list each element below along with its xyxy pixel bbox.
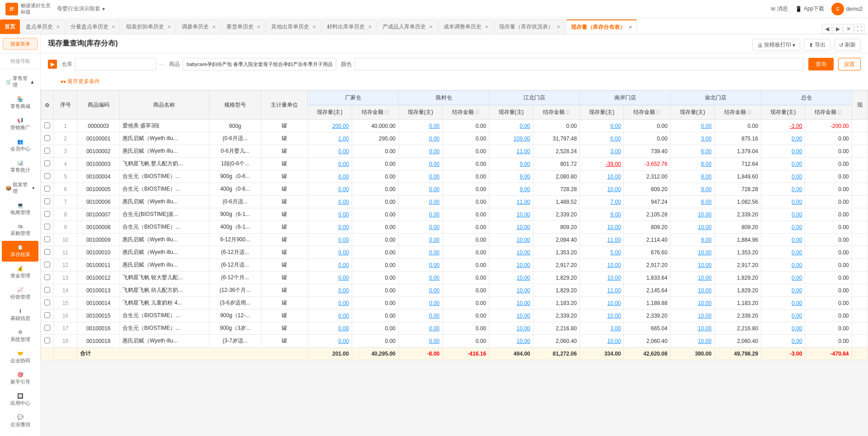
cell-yubei-qty[interactable]: 8.00	[670, 170, 714, 183]
industry-selector[interactable]: 母婴行业演示陈套 ▾	[57, 5, 105, 13]
cell-yubei-qty[interactable]: 10.00	[670, 322, 714, 335]
cell-check[interactable]	[41, 170, 54, 183]
tab-yaohuo[interactable]: 要货单历史 ✕	[222, 19, 265, 34]
cell-nanan-qty[interactable]: 11.00	[580, 234, 623, 246]
cell-check[interactable]	[41, 221, 54, 234]
cell-zongcang-qty[interactable]: 0.00	[761, 208, 805, 221]
cell-changjia-qty[interactable]: 0.00	[308, 335, 352, 347]
cell-nanan-qty[interactable]: 3.00	[580, 322, 623, 335]
app-download-btn[interactable]: 📱 App下载	[795, 5, 824, 13]
tab-close-icon[interactable]: ✕	[628, 25, 632, 30]
cell-jiangbei-qty[interactable]: 109.00	[489, 132, 533, 145]
cell-changjia-qty[interactable]: 0.00	[308, 322, 352, 335]
sidebar-item-retail-mall[interactable]: 🏪零售商城	[2, 93, 38, 113]
cell-jiangbei-qty[interactable]: 10.00	[489, 208, 533, 221]
cell-zongcang-qty[interactable]: 0.00	[761, 272, 805, 284]
query-btn[interactable]: 查询	[808, 58, 834, 70]
cell-nanan-qty[interactable]: 10.00	[580, 309, 623, 322]
cell-chencu-qty[interactable]: 0.00	[398, 284, 442, 297]
cell-jiangbei-qty[interactable]: 10.00	[489, 297, 533, 309]
cell-yubei-qty[interactable]: 10.00	[670, 259, 714, 272]
cell-check[interactable]	[41, 335, 54, 347]
tab-chanchengru[interactable]: 产成品入库单历史 ✕	[377, 19, 438, 34]
cell-check[interactable]	[41, 158, 54, 170]
cell-nanan-qty[interactable]: 10.00	[580, 272, 623, 284]
cell-jiangbei-qty[interactable]: 10.00	[489, 259, 533, 272]
cell-yubei-qty[interactable]: 9.00	[670, 183, 714, 196]
cell-changjia-qty[interactable]: 0.00	[308, 183, 352, 196]
sidebar-item-marketing[interactable]: 📢营销推广	[2, 114, 38, 135]
tab-zuzhe[interactable]: 组装折卸单历史 ✕	[121, 19, 176, 34]
cell-check[interactable]	[41, 120, 54, 132]
cell-check[interactable]	[41, 132, 54, 145]
cell-changjia-qty[interactable]: 0.00	[308, 208, 352, 221]
cell-zongcang-qty[interactable]: 0.00	[761, 132, 805, 145]
cell-chencu-qty[interactable]: 0.00	[398, 272, 442, 284]
cell-changjia-qty[interactable]: 0.00	[308, 272, 352, 284]
cell-chencu-qty[interactable]: 0.00	[398, 120, 442, 132]
tab-close-icon[interactable]: ✕	[257, 24, 260, 29]
cell-zongcang-qty[interactable]: 0.00	[761, 158, 805, 170]
tab-close-icon[interactable]: ✕	[368, 24, 372, 29]
cell-changjia-qty[interactable]: 1.00	[308, 132, 352, 145]
expand-conditions-btn[interactable]: ▾▾ 展开更多条件	[61, 78, 100, 85]
cell-changjia-qty[interactable]: 0.00	[308, 145, 352, 158]
cell-yubei-qty[interactable]: 8.00	[670, 196, 714, 208]
cell-check[interactable]	[41, 309, 54, 322]
sidebar-item-enterprise[interactable]: 🤝企业协同	[2, 347, 38, 368]
export-btn[interactable]: ⬆ 导出	[804, 39, 830, 51]
cell-nanan-qty[interactable]: 5.00	[580, 246, 623, 259]
cell-chencu-qty[interactable]: 0.00	[398, 132, 442, 145]
cell-changjia-qty[interactable]: 0.00	[308, 196, 352, 208]
warehouse-input[interactable]	[75, 58, 156, 70]
sidebar-item-weixin[interactable]: 💬企业微信	[2, 411, 38, 431]
cell-yubei-qty[interactable]: 10.00	[670, 297, 714, 309]
tab-close-icon[interactable]: ✕	[212, 24, 216, 29]
sidebar-item-inventory[interactable]: 📋库存核算	[2, 241, 38, 262]
message-btn[interactable]: ✉ 消息	[771, 5, 788, 13]
cell-chencu-qty[interactable]: 0.00	[398, 259, 442, 272]
cell-jiangbei-qty[interactable]: 0.00	[489, 120, 533, 132]
cell-changjia-qty[interactable]: 0.00	[308, 259, 352, 272]
cell-nanan-qty[interactable]: 0.00	[580, 132, 623, 145]
tab-fenpandian[interactable]: 分量盘点单历史 ✕	[66, 19, 120, 34]
cell-jiangbei-qty[interactable]: 9.00	[489, 183, 533, 196]
cell-check[interactable]	[41, 284, 54, 297]
search-english-btn[interactable]: 搜索英单	[3, 38, 38, 50]
info-icon[interactable]: ⓘ	[384, 110, 389, 115]
col-settings-header[interactable]: ⚙	[41, 91, 54, 120]
info-icon[interactable]: ⓘ	[747, 110, 751, 115]
tab-xiancun1[interactable]: 现存量（库存状况表） ✕	[494, 19, 565, 34]
cell-jiangbei-qty[interactable]: 10.00	[489, 234, 533, 246]
cell-chencu-qty[interactable]: 0.00	[398, 170, 442, 183]
cell-changjia-qty[interactable]: 0.00	[308, 284, 352, 297]
cell-check[interactable]	[41, 183, 54, 196]
cell-zongcang-qty[interactable]: 0.00	[761, 170, 805, 183]
cell-nanan-qty[interactable]: 3.00	[580, 145, 623, 158]
cell-zongcang-qty[interactable]: 0.00	[761, 309, 805, 322]
cell-nanan-qty[interactable]: -39.00	[580, 158, 623, 170]
tab-qitachu[interactable]: 其他出库单历史 ✕	[266, 19, 321, 34]
cell-yubei-qty[interactable]: 10.00	[670, 309, 714, 322]
cell-nanan-qty[interactable]: 0.00	[580, 120, 623, 132]
cell-yubei-qty[interactable]: 3.00	[670, 132, 714, 145]
cell-jiangbei-qty[interactable]: 10.00	[489, 284, 533, 297]
cell-chencu-qty[interactable]: 0.00	[398, 221, 442, 234]
cell-changjia-qty[interactable]: 0.00	[308, 221, 352, 234]
tab-pandian[interactable]: 盘点单历史 ✕	[21, 19, 65, 34]
sidebar-item-ecommerce[interactable]: 💻电商管理	[2, 199, 38, 220]
cell-yubei-qty[interactable]: 10.00	[670, 335, 714, 347]
tab-close-icon[interactable]: ✕	[312, 24, 316, 29]
cell-nanan-qty[interactable]: 9.00	[580, 208, 623, 221]
sidebar-item-purchase[interactable]: 🛍采购管理	[2, 220, 38, 240]
cell-jiangbei-qty[interactable]: 10.00	[489, 335, 533, 347]
sidebar-item-system[interactable]: ⚙系统管理	[2, 326, 38, 347]
cell-jiangbei-qty[interactable]: 10.00	[489, 322, 533, 335]
cell-chencu-qty[interactable]: 0.00	[398, 196, 442, 208]
cell-zongcang-qty[interactable]: 0.00	[761, 259, 805, 272]
tab-close-icon[interactable]: ✕	[56, 24, 60, 29]
cell-changjia-qty[interactable]: 200.00	[308, 120, 352, 132]
cell-zongcang-qty[interactable]: 0.00	[761, 297, 805, 309]
tab-xiancun2[interactable]: 现存量（库存分布表） ✕	[566, 19, 637, 34]
cell-yubei-qty[interactable]: 10.00	[670, 208, 714, 221]
